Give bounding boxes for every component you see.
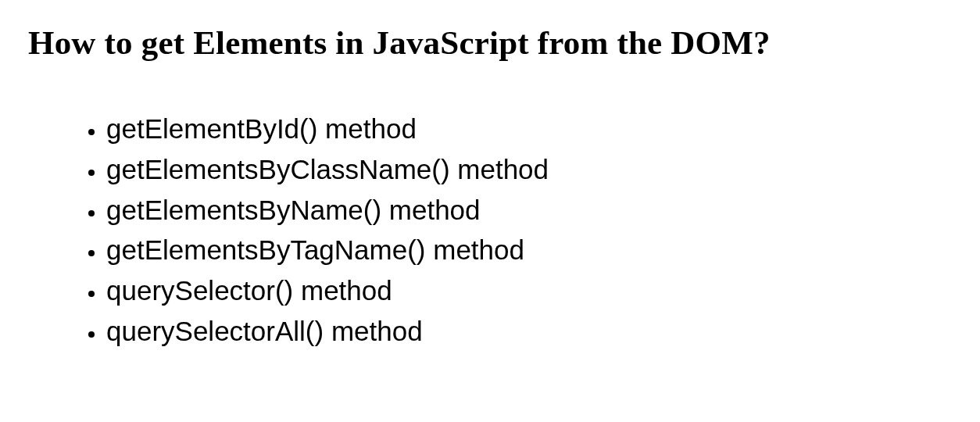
list-item: getElementsByName() method [106, 190, 952, 231]
list-item: getElementById() method [106, 109, 952, 149]
list-item: getElementsByClassName() method [106, 149, 952, 190]
list-item: getElementsByTagName() method [106, 230, 952, 270]
method-list: getElementById() method getElementsByCla… [28, 109, 952, 352]
list-item: querySelector() method [106, 270, 952, 311]
list-item: querySelectorAll() method [106, 311, 952, 352]
page-title: How to get Elements in JavaScript from t… [28, 23, 952, 62]
